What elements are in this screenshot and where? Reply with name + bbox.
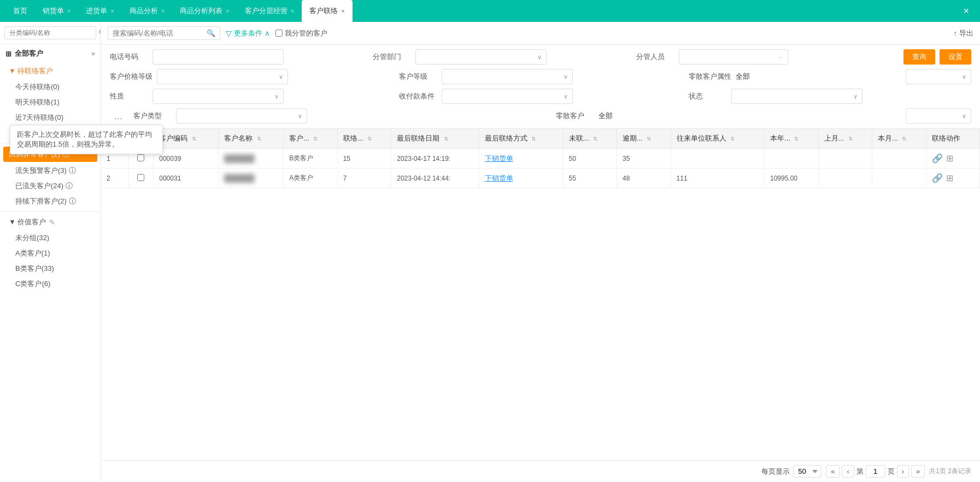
row2-contact: 7 xyxy=(337,169,391,188)
export-icon: ↑ xyxy=(954,29,958,37)
nav-customer-contact[interactable]: 客户联络 × xyxy=(302,0,352,22)
grade-arrow-icon: ∨ xyxy=(564,73,568,80)
per-page-label: 每页显示 xyxy=(761,467,790,477)
row1-method-link[interactable]: 下销货单 xyxy=(485,154,513,162)
uncontacted-sort-icon[interactable]: ⇅ xyxy=(593,136,597,142)
row2-actions: 🔗 ⊞ xyxy=(926,169,979,188)
filter-row-4: ... 客户类型 ∨ 零散客户 全部 ∨ xyxy=(110,108,971,124)
value-customer-header[interactable]: ▼ 价值客户 ✎ xyxy=(0,214,101,230)
window-close-button[interactable]: × xyxy=(958,5,975,17)
nav-purchase-order[interactable]: 进货单 × xyxy=(78,0,121,22)
filter-row-3: 性质 ∨ 收付款条件 ∨ 状态 ∨ xyxy=(110,89,971,104)
export-button[interactable]: ↑ 导出 xyxy=(954,28,974,38)
sidebar-item-today[interactable]: 今天待联络(0) xyxy=(0,79,101,95)
nav-product-analysis[interactable]: 商品分析 × xyxy=(122,0,172,22)
sidebar-item-tomorrow[interactable]: 明天待联络(1) xyxy=(0,95,101,110)
nav-customer-contact-close[interactable]: × xyxy=(341,8,344,14)
page-label: 第 xyxy=(856,467,864,477)
col-header-this-month: 本月... ⇅ xyxy=(872,129,926,149)
row2-link-icon[interactable]: 🔗 xyxy=(932,173,943,183)
this-year-sort-icon[interactable]: ⇅ xyxy=(794,136,799,142)
prev-page-button[interactable]: ‹ xyxy=(842,465,854,478)
search-input[interactable] xyxy=(113,29,204,37)
nav-customer-segment[interactable]: 客户分层经营 × xyxy=(237,0,302,22)
row1-uncontacted: 50 xyxy=(563,149,617,169)
sidebar-item-lost-pre[interactable]: 流失预警客户(3) ⓘ xyxy=(0,163,101,178)
nav-sales-order-close[interactable]: × xyxy=(67,8,71,14)
price-grade-select[interactable]: ∨ xyxy=(157,69,288,84)
filter-dept: 分管部门 ∨ xyxy=(373,49,629,65)
row2-overdue: 48 xyxy=(617,169,671,188)
next-page-button[interactable]: › xyxy=(897,465,909,478)
col-header-last-month: 上月... ⇅ xyxy=(818,129,872,149)
customer-type-select[interactable]: ∨ xyxy=(176,108,307,124)
row1-name: ██████ xyxy=(219,149,284,169)
all-customers-section[interactable]: ⊞ 全部客户 » xyxy=(0,44,101,63)
per-page-select[interactable]: 50 10 20 100 xyxy=(793,465,821,478)
last-date-sort-icon[interactable]: ⇅ xyxy=(444,136,448,142)
top-navigation: 首页 销货单 × 进货单 × 商品分析 × 商品分析列表 × 客户分层经营 × … xyxy=(0,0,980,22)
nav-sales-order[interactable]: 销货单 × xyxy=(35,0,78,22)
row1-link-icon[interactable]: 🔗 xyxy=(932,153,943,164)
row1-grid-icon[interactable]: ⊞ xyxy=(946,153,953,164)
more-filters-button[interactable]: ▽ 更多条件 ∧ xyxy=(226,28,270,38)
my-customer-checkbox[interactable] xyxy=(275,30,283,37)
unit-contact-sort-icon[interactable]: ⇅ xyxy=(730,136,735,142)
nav-customer-segment-close[interactable]: × xyxy=(291,8,294,14)
sidebar-item-a-class[interactable]: A类客户(1) xyxy=(0,246,101,261)
query-button[interactable]: 查询 xyxy=(903,49,935,65)
this-month-sort-icon[interactable]: ⇅ xyxy=(902,136,906,142)
sidebar-item-week[interactable]: 近7天待联络(0) xyxy=(0,110,101,125)
dept-select[interactable]: ∨ xyxy=(415,49,547,65)
row2-checkbox[interactable] xyxy=(137,174,144,181)
more-dots-button[interactable]: ... xyxy=(114,111,122,122)
person-select[interactable]: ··· xyxy=(679,49,788,65)
nav-product-analysis-list[interactable]: 商品分析列表 × xyxy=(172,0,237,22)
grade-select[interactable]: ∨ xyxy=(442,69,573,84)
zero-attr-select[interactable]: ∨ xyxy=(906,69,971,84)
sidebar-item-unclassified[interactable]: 未分组(32) xyxy=(0,230,101,246)
name-sort-icon[interactable]: ⇅ xyxy=(257,136,261,142)
last-month-sort-icon[interactable]: ⇅ xyxy=(848,136,853,142)
sidebar-item-already-lost[interactable]: 已流失客户(24) ⓘ xyxy=(0,178,101,194)
settings-button[interactable]: 设置 xyxy=(940,49,971,65)
value-customer-edit-icon[interactable]: ✎ xyxy=(49,218,55,227)
code-sort-icon[interactable]: ⇅ xyxy=(192,136,196,142)
lost-pre-info-icon: ⓘ xyxy=(69,166,76,176)
sidebar-collapse-btn[interactable]: » xyxy=(91,50,95,57)
row2-method-link[interactable]: 下销货单 xyxy=(485,174,513,182)
gender-select[interactable]: ∨ xyxy=(152,89,284,104)
sidebar-search-input[interactable] xyxy=(4,26,96,39)
row1-checkbox[interactable] xyxy=(137,154,144,161)
nav-purchase-order-close[interactable]: × xyxy=(110,8,114,14)
pagination-bar: 每页显示 50 10 20 100 « ‹ 第 页 › » 共1页 2条记录 xyxy=(101,460,980,482)
zero-customer-select[interactable]: ∨ xyxy=(906,108,971,124)
nav-product-analysis-close[interactable]: × xyxy=(161,8,165,14)
waiting-contact-header[interactable]: ▼ 待联络客户 xyxy=(0,63,101,79)
search-icon[interactable]: 🔍 xyxy=(207,29,215,37)
pay-select[interactable]: ∨ xyxy=(442,89,573,104)
contact-sort-icon[interactable]: ⇅ xyxy=(367,136,372,142)
row2-grid-icon[interactable]: ⊞ xyxy=(946,173,953,183)
sidebar-item-continuous-down[interactable]: 持续下滑客户(2) ⓘ xyxy=(0,194,101,209)
col-header-contact: 联络... ⇅ xyxy=(337,129,391,149)
phone-input[interactable] xyxy=(152,49,284,65)
sidebar-item-b-class[interactable]: B类客户(33) xyxy=(0,261,101,276)
status-select[interactable]: ∨ xyxy=(731,89,862,104)
nav-product-analysis-list-close[interactable]: × xyxy=(226,8,229,14)
sidebar-item-c-class[interactable]: C类客户(6) xyxy=(0,276,101,292)
last-method-sort-icon[interactable]: ⇅ xyxy=(531,136,536,142)
filter-icon: ▽ xyxy=(226,29,232,38)
filter-zero-attr: 零散客户属性 全部 ∨ xyxy=(689,69,971,84)
nav-home[interactable]: 首页 xyxy=(5,0,35,22)
last-page-button[interactable]: » xyxy=(911,465,925,478)
my-customer-checkbox-label[interactable]: 我分管的客户 xyxy=(275,28,327,38)
grid-icon: ⊞ xyxy=(5,50,11,58)
page-input[interactable] xyxy=(866,465,885,478)
first-page-button[interactable]: « xyxy=(826,465,840,478)
customer-type-arrow-icon: ∨ xyxy=(298,113,302,120)
row2-code: 000031 xyxy=(154,169,219,188)
overdue-sort-icon[interactable]: ⇅ xyxy=(647,136,651,142)
zero-attr-value: 全部 xyxy=(736,72,906,82)
category-sort-icon[interactable]: ⇅ xyxy=(313,136,318,142)
